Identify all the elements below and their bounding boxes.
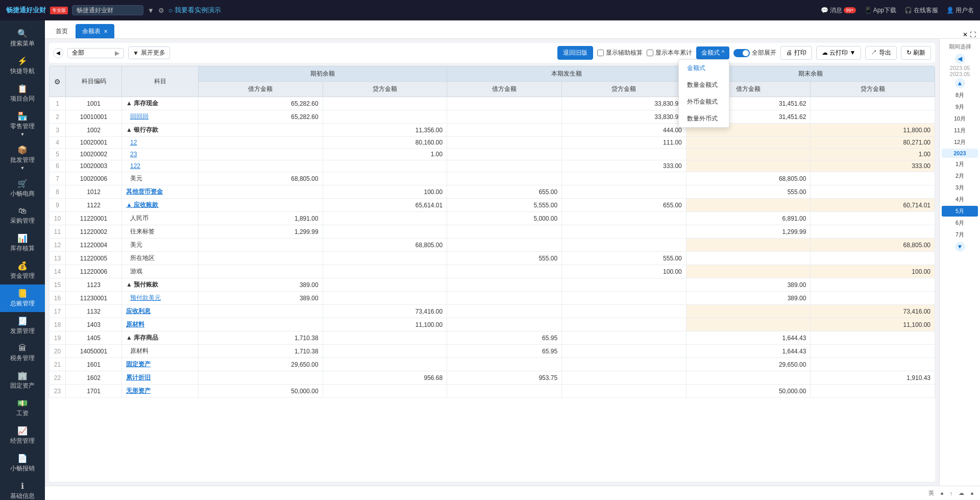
account-name-link[interactable]: ▲ 应收账款 [126, 201, 158, 208]
return-old-btn[interactable]: 退回旧版 [557, 46, 593, 60]
period-6[interactable]: 6月 [942, 218, 978, 228]
cell-account-code[interactable]: 10020003 [66, 160, 122, 172]
cell-account-code[interactable]: 1405 [66, 331, 122, 345]
period-12[interactable]: 12月 [942, 137, 978, 148]
cell-account-code[interactable]: 1403 [66, 318, 122, 331]
menu-item-qty-amount[interactable]: 数量金额式 [679, 77, 729, 93]
sidebar-item-payroll[interactable]: 💵 工资 [0, 394, 45, 422]
sidebar-item-retail[interactable]: 🏪 零售管理 ▼ [0, 107, 45, 141]
app-download-btn[interactable]: 📱 App下载 [864, 6, 896, 15]
cell-account-name[interactable]: 原材料 [122, 345, 199, 358]
account-name-link[interactable]: 12 [130, 139, 137, 146]
search-input[interactable] [72, 50, 113, 57]
cell-account-name[interactable]: 人民币 [122, 212, 199, 225]
period-11[interactable]: 11月 [942, 125, 978, 136]
sidebar-item-ecommerce[interactable]: 🛒 小畅电商 [0, 175, 45, 202]
cell-account-name[interactable]: 所在地区 [122, 252, 199, 265]
expand-all-toggle[interactable] [733, 49, 750, 57]
cell-account-code[interactable]: 1601 [66, 358, 122, 371]
cell-account-code[interactable]: 10020006 [66, 172, 122, 185]
cell-account-name[interactable]: ▲ 预付账款 [122, 278, 199, 292]
cell-account-name[interactable]: 美元 [122, 239, 199, 252]
nav-back-btn[interactable]: ◀ [53, 48, 63, 58]
account-name-link[interactable]: 无形资产 [126, 387, 151, 394]
tab-close-btn[interactable]: ✕ [963, 31, 968, 38]
account-name-link[interactable]: 122 [130, 162, 140, 170]
cell-account-name[interactable]: ▲ 银行存款 [122, 124, 199, 137]
period-8[interactable]: 8月 [942, 90, 978, 101]
period-up-btn[interactable]: ▲ [955, 78, 965, 88]
period-5[interactable]: 5月 [942, 206, 978, 217]
period-expand-btn[interactable]: ▼ [955, 242, 965, 252]
search-arrow[interactable]: ▶ [115, 50, 119, 57]
sidebar-item-tax[interactable]: 🏛 税务管理 [0, 340, 45, 367]
account-name-link[interactable]: 预付款美元 [130, 294, 161, 301]
tab-expand-btn[interactable]: ⛶ [970, 31, 976, 38]
account-name-link[interactable]: 累计折旧 [126, 374, 151, 381]
sidebar-item-wholesale[interactable]: 📦 批发管理 ▼ [0, 141, 45, 175]
cell-account-code[interactable]: 10020002 [66, 149, 122, 160]
cell-account-code[interactable]: 11220001 [66, 212, 122, 225]
settings-icon[interactable]: ⚙ [158, 7, 164, 14]
cell-account-code[interactable]: 11220002 [66, 225, 122, 239]
sidebar-item-basic[interactable]: ℹ 基础信息 [0, 477, 45, 500]
period-collapse-btn[interactable]: ◀ [955, 54, 965, 64]
show-assist-label[interactable]: 显示辅助核算 [597, 49, 643, 57]
cell-account-code[interactable]: 10010001 [66, 110, 122, 124]
cell-account-code[interactable]: 1132 [66, 305, 122, 318]
cell-account-name[interactable]: ▲ 库存现金 [122, 97, 199, 110]
cell-account-code[interactable]: 11230001 [66, 292, 122, 305]
print-btn[interactable]: 🖨 打印 [780, 46, 812, 60]
period-10[interactable]: 10月 [942, 113, 978, 124]
cell-account-name[interactable]: 往来标签 [122, 225, 199, 239]
period-1[interactable]: 1月 [942, 159, 978, 170]
cell-account-code[interactable]: 1123 [66, 278, 122, 292]
cell-account-name[interactable]: 预付款美元 [122, 292, 199, 305]
sidebar-item-finance[interactable]: 💰 资金管理 [0, 257, 45, 284]
cell-account-name[interactable]: 无形资产 [122, 385, 199, 398]
sidebar-item-inventory[interactable]: 📊 库存核算 [0, 229, 45, 257]
sidebar-item-quicknav[interactable]: ⚡ 快捷导航 [0, 52, 45, 80]
account-name-link[interactable]: 23 [130, 151, 137, 158]
cell-account-code[interactable]: 1701 [66, 385, 122, 398]
cell-account-code[interactable]: 1001 [66, 97, 122, 110]
cell-account-name[interactable]: 累计折旧 [122, 371, 199, 385]
sidebar-item-invoice[interactable]: 🧾 发票管理 [0, 312, 45, 340]
period-4[interactable]: 4月 [942, 194, 978, 205]
account-name-link[interactable]: 回回回 [130, 113, 149, 120]
cloud-print-btn[interactable]: ☁ 云打印 ▼ [816, 46, 862, 60]
cell-account-name[interactable]: 美元 [122, 172, 199, 185]
cell-account-code[interactable]: 1122 [66, 199, 122, 212]
show-ytd-label[interactable]: 显示本年累计 [647, 49, 692, 57]
tab-balance-close[interactable]: ✕ [104, 29, 108, 34]
cell-account-name[interactable]: 23 [122, 149, 199, 160]
display-mode-btn[interactable]: 金额式 ^ [696, 46, 729, 59]
sidebar-item-reports[interactable]: 📄 小畅报销 [0, 449, 45, 477]
sidebar-item-assets[interactable]: 🏢 固定资产 [0, 367, 45, 394]
cell-account-name[interactable]: 其他货币资金 [122, 185, 199, 199]
account-name-link[interactable]: 固定资产 [126, 361, 151, 368]
cell-account-name[interactable]: ▲ 应收账款 [122, 199, 199, 212]
period-7[interactable]: 7月 [942, 229, 978, 240]
cell-account-name[interactable]: 固定资产 [122, 358, 199, 371]
message-btn[interactable]: 💬 消息 99+ [821, 6, 855, 15]
tab-balance[interactable]: 余额表 ✕ [76, 24, 114, 38]
sidebar-item-ledger[interactable]: 📒 总账管理 [0, 284, 45, 312]
cell-account-name[interactable]: 应收利息 [122, 305, 199, 318]
cell-account-code[interactable]: 1602 [66, 371, 122, 385]
sidebar-item-project[interactable]: 📋 项目合同 [0, 80, 45, 107]
cell-account-code[interactable]: 1002 [66, 124, 122, 137]
cell-account-code[interactable]: 11220005 [66, 252, 122, 265]
cell-account-code[interactable]: 11220004 [66, 239, 122, 252]
cell-account-name[interactable]: 原材料 [122, 318, 199, 331]
sidebar-item-search[interactable]: 🔍 搜索菜单 [0, 25, 45, 52]
table-settings-icon[interactable]: ⚙ [54, 78, 61, 86]
cell-account-code[interactable]: 1012 [66, 185, 122, 199]
online-service-btn[interactable]: 🎧 在线客服 [904, 6, 938, 15]
status-upload[interactable]: ↑ [950, 490, 953, 496]
cell-account-name[interactable]: 12 [122, 137, 199, 149]
period-9[interactable]: 9月 [942, 102, 978, 112]
status-lang[interactable]: 英 [928, 489, 934, 497]
cell-account-code[interactable]: 14050001 [66, 345, 122, 358]
account-name-link[interactable]: 应收利息 [126, 307, 151, 315]
